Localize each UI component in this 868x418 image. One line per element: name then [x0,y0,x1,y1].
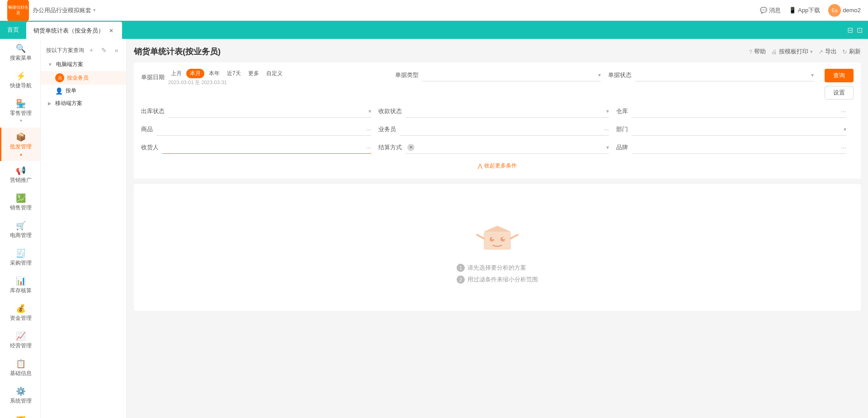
sidebar-item-sales-mgmt[interactable]: 💹 销售管理 [0,189,40,216]
order-type-label: 单据类型 [395,71,419,79]
sidebar-sys-label: 系统管理 [10,397,32,405]
order-type-control[interactable]: ▾ [422,69,601,81]
salesperson-dots-icon[interactable]: ··· [604,126,609,133]
help-icon: ? [749,48,752,55]
retail-arrow-icon: ▾ [20,118,22,123]
main-layout: 🔍 搜索菜单 ⚡ 快捷导航 🏪 零售管理 ▾ 📦 批发管理 ▴ 📢 营销推广 💹… [0,39,868,418]
sidebar-item-enterprise[interactable]: 🤝 企业协同 [0,409,40,418]
reset-button[interactable]: 设置 [825,86,854,100]
page-title: 销货单统计表(按业务员) [134,46,221,57]
app-logo: 畅捷信好生意 [7,0,29,21]
sidebar-item-ecommerce[interactable]: 🛒 电商管理 [0,216,40,244]
payment-status-control[interactable]: ▾ [406,105,609,118]
sidebar-item-sys-mgmt[interactable]: ⚙️ 系统管理 [0,382,40,409]
filter-row-2: 出库状态 ▾ 收款状态 ▾ 仓库 ··· [141,105,854,118]
edit-plan-btn[interactable]: ✎ [99,45,109,55]
tab-maximize-icon[interactable]: ⊡ [857,26,863,34]
receiver-dots-icon[interactable]: ··· [366,144,372,151]
add-plan-btn[interactable]: ＋ [86,45,96,55]
filter-salesperson: 业务员 ··· [378,123,616,136]
tree-mobile-plan[interactable]: ▶ 移动端方案 [41,97,126,110]
date-tab-more[interactable]: 更多 [245,69,262,78]
empty-illustration [475,211,520,256]
wholesale-icon: 📦 [16,132,26,142]
sidebar-item-retail[interactable]: 🏪 零售管理 ▾ [0,94,40,128]
print-btn[interactable]: 🖨 按模板打印 ▾ [771,48,813,56]
tab-sales-stat[interactable]: 销货单统计表（按业务员） ✕ [26,22,122,40]
svg-rect-0 [484,232,511,250]
date-tab-custom[interactable]: 自定义 [264,69,285,78]
salesperson-control[interactable]: ··· [400,123,609,136]
warehouse-label: 仓库 [616,107,628,115]
sidebar-item-finance[interactable]: 💰 资金管理 [0,299,40,327]
filter-date: 单据日期 上月 本月 本年 近7天 更多 自定义 2023-03-01 至 20… [141,69,395,86]
dept-arrow-icon: ▾ [844,126,846,133]
payment-status-label: 收款状态 [378,107,402,115]
tree-pc-plan[interactable]: ▼ 电脑端方案 [41,58,126,71]
settlement-clear-icon[interactable]: ✕ [407,144,415,151]
svg-line-3 [477,235,484,238]
enterprise-icon: 🤝 [16,414,26,418]
app-download-btn[interactable]: 📱 App下载 [789,6,820,14]
user-name: demo2 [843,7,861,14]
warehouse-dots-icon[interactable]: ··· [841,108,846,115]
goods-dots-icon[interactable]: ··· [366,126,372,133]
refresh-btn[interactable]: ↻ 刷新 [842,48,861,56]
sidebar-item-search[interactable]: 🔍 搜索菜单 [0,39,40,66]
export-label: 导出 [825,48,837,56]
goods-control[interactable]: ··· [156,123,371,136]
sidebar-item-marketing[interactable]: 📢 营销推广 [0,161,40,189]
order-status-control[interactable]: ▾ [635,69,814,81]
filter-row-3: 商品 ··· 业务员 ··· 部门 ▾ [141,123,854,136]
brand-label: 品牌 [616,143,628,152]
brand-dots-icon[interactable]: ··· [841,144,846,151]
filter-order-type: 单据类型 ▾ [395,69,608,81]
app-download-label: App下载 [798,6,820,14]
tip-num-1: 1 [457,264,465,272]
out-status-control[interactable]: ▾ [168,105,371,118]
receiver-control[interactable]: ··· [162,141,371,154]
search-icon: 🔍 [16,43,26,53]
date-tabs: 上月 本月 本年 近7天 更多 自定义 [168,69,388,78]
sidebar-item-purchase[interactable]: 🧾 采购管理 [0,244,40,271]
collapse-panel-btn[interactable]: « [112,45,122,55]
quicknav-icon: ⚡ [16,71,26,81]
date-tab-this-year[interactable]: 本年 [206,69,222,78]
top-header: 畅捷信好生意 办公用品行业模拟账套 ▾ 💬 消息 📱 App下载 Ea demo… [0,0,868,21]
tree-arrow-down-icon: ▼ [48,62,52,67]
tab-home[interactable]: 首页 [0,21,26,39]
tab-minimize-icon[interactable]: ⊟ [847,26,853,34]
tab-close-icon[interactable]: ✕ [108,27,115,34]
print-arrow-icon: ▾ [810,49,813,55]
query-button[interactable]: 查询 [825,69,854,82]
brand-control[interactable]: ··· [632,141,846,154]
collapse-filters-btn[interactable]: ⋀ 收起更多条件 [478,162,517,170]
sidebar-search-label: 搜索菜单 [10,54,32,62]
sidebar-item-inventory[interactable]: 📊 库存核算 [0,271,40,299]
warehouse-control[interactable]: ··· [632,105,846,118]
user-avatar-btn[interactable]: Ea demo2 [828,4,861,17]
sidebar-item-operations[interactable]: 📈 经营管理 [0,327,40,354]
date-tab-this-month[interactable]: 本月 [186,69,204,78]
tip-text-2: 用过滤条件来缩小分析范围 [467,276,538,284]
salesperson-label: 业务员 [378,125,396,133]
order-status-label: 单据状态 [608,71,632,79]
sidebar-item-wholesale[interactable]: 📦 批发管理 ▴ [0,128,40,161]
settlement-control[interactable]: ✕ ▾ [406,141,609,154]
export-btn[interactable]: ↗ 导出 [818,48,837,56]
order-status-arrow-icon: ▾ [811,72,814,78]
payment-status-arrow-icon: ▾ [606,108,609,114]
tree-by-salesperson[interactable]: 员 按业务员 [41,71,126,85]
workspace-selector[interactable]: 办公用品行业模拟账套 ▾ [33,6,96,14]
sidebar-inventory-label: 库存核算 [10,287,32,294]
date-tab-last-month[interactable]: 上月 [168,69,184,78]
date-tab-7days[interactable]: 近7天 [224,69,244,78]
sidebar-item-base-info[interactable]: 📋 基础信息 [0,354,40,382]
empty-tips: 1 请先选择要分析的方案 2 用过滤条件来缩小分析范围 [457,264,538,284]
messages-btn[interactable]: 💬 消息 [760,6,781,14]
tree-by-order[interactable]: 👤 按单 [41,85,126,97]
dept-control[interactable]: ▾ [632,123,846,136]
sidebar-sales-label: 销售管理 [10,204,32,212]
help-btn[interactable]: ? 帮助 [749,48,766,56]
sidebar-item-quick-nav[interactable]: ⚡ 快捷导航 [0,66,40,94]
